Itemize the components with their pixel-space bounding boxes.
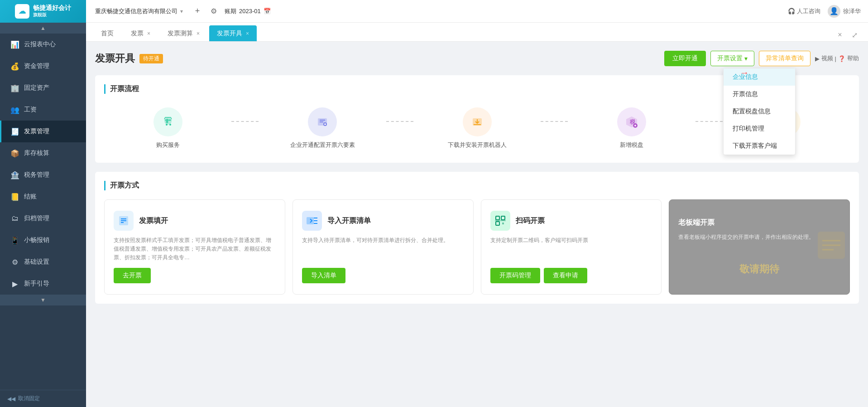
question-icon: ❓ — [838, 55, 845, 62]
dropdown-item-invoice-info[interactable]: 开票信息 — [724, 86, 795, 103]
logo-area: ☁ 畅捷通好会计 旗舰版 — [0, 0, 86, 23]
activate-button[interactable]: 立即开通 — [664, 51, 706, 66]
tab-invoice-issue-close[interactable]: × — [246, 30, 249, 37]
scan-invoice-icon — [490, 211, 510, 231]
customer-service-button[interactable]: 🎧 人工咨询 — [788, 7, 820, 15]
tab-invoice[interactable]: 发票 × — [123, 25, 158, 41]
view-application-button[interactable]: 查看申请 — [544, 268, 587, 283]
method-import-header: 导入开票清单 — [302, 211, 464, 231]
header-actions: 🎧 人工咨询 👤 徐泽华 — [788, 5, 861, 18]
user-name: 徐泽华 — [843, 7, 861, 15]
flow-step-tax-label: 新增税盘 — [620, 141, 643, 149]
add-tab-button[interactable]: + — [192, 6, 203, 17]
account-period: 账期 2023-01 📅 — [225, 7, 271, 15]
flow-icon-tax: 税 — [617, 107, 646, 136]
status-badge: 待开通 — [139, 54, 163, 63]
company-name: 重庆畅捷交通信息咨询有限公司 — [95, 7, 177, 15]
dropdown-item-company-info[interactable]: 企业信息 — [724, 68, 795, 86]
sidebar-scroll-up[interactable]: ▲ — [0, 23, 86, 34]
cancel-pin-button[interactable]: ◀◀ 取消固定 — [0, 390, 86, 407]
method-card-import: 导入开票清单 支持导入待开票清单，可对待开票清单进行拆分、合并处理。 导入清单 — [293, 199, 474, 295]
tab-invoice-close[interactable]: × — [147, 30, 150, 37]
chevron-down-icon: ▾ — [180, 8, 183, 15]
period-value: 2023-01 — [239, 8, 261, 15]
period-label: 账期 — [225, 7, 236, 15]
archive-icon: 🗂 — [10, 214, 19, 223]
user-profile[interactable]: 👤 徐泽华 — [828, 5, 861, 18]
qrcode-manage-button[interactable]: 开票码管理 — [490, 268, 540, 283]
pin-icon: ◀◀ — [7, 396, 15, 402]
sidebar-item-invoice-mgmt[interactable]: 🧾 发票管理 — [0, 121, 86, 142]
flow-step-buy: 购买服务 — [104, 107, 231, 149]
tab-invoice-calc[interactable]: 发票测算 × — [160, 25, 207, 41]
video-help-button[interactable]: ▶ 视频 | ❓ 帮助 — [815, 54, 859, 63]
sidebar-item-inventory[interactable]: 📦 库存核算 — [0, 142, 86, 164]
manual-desc: 支持按照发票样式手工填开发票；可开具增值税电子普通发票、增值税普通发票、增值税专… — [114, 236, 276, 262]
sidebar-item-tax-mgmt[interactable]: 🏦 税务管理 — [0, 164, 86, 186]
methods-section: 开票方式 — [95, 172, 859, 304]
sidebar-item-fixed-assets[interactable]: 🏢 固定资产 — [0, 77, 86, 99]
sidebar-item-basic-settings[interactable]: ⚙ 基础设置 — [0, 251, 86, 273]
flow-step-config-label: 企业开通配置开票六要素 — [290, 141, 355, 149]
abnormal-list-button[interactable]: 异常清单查询 — [759, 51, 810, 66]
tab-home-label: 首页 — [101, 29, 114, 38]
cancel-pin-label: 取消固定 — [18, 395, 40, 402]
close-tab-button[interactable]: × — [834, 29, 846, 41]
flow-step-download-label: 下载并安装开票机器人 — [448, 141, 507, 149]
dropdown-item-printer[interactable]: 打印机管理 — [724, 120, 795, 137]
book-icon: 📒 — [10, 192, 19, 201]
tab-invoice-label: 发票 — [131, 29, 144, 38]
sidebar-label: 固定资产 — [24, 84, 49, 92]
settings-dropdown-button[interactable]: 开票设置 ▾ — [710, 51, 754, 66]
help-label: 帮助 — [847, 54, 859, 63]
flow-connector-2 — [386, 121, 413, 122]
import-invoice-icon — [302, 211, 322, 231]
method-card-scan: 扫码开票 支持定制开票二维码，客户端可扫码开票 开票码管理 查看申请 — [481, 199, 662, 295]
inventory-icon: 📦 — [10, 149, 19, 158]
mobile-icon: 📱 — [10, 236, 19, 245]
dropdown-item-download-client[interactable]: 下载开票客户端 — [724, 137, 795, 155]
headset-icon: 🎧 — [788, 8, 795, 15]
sidebar-item-settlement[interactable]: 📒 结账 — [0, 186, 86, 208]
svg-rect-29 — [496, 216, 499, 220]
tab-invoice-calc-close[interactable]: × — [197, 30, 200, 37]
sidebar-item-report[interactable]: 📱 小畅报销 — [0, 229, 86, 251]
tax-icon: 🏦 — [10, 170, 19, 179]
logo-icon: ☁ — [15, 4, 29, 19]
settings-label: 开票设置 — [717, 54, 743, 63]
svg-rect-30 — [501, 216, 505, 220]
maximize-button[interactable]: ⤢ — [848, 29, 861, 41]
tab-invoice-calc-label: 发票测算 — [168, 29, 193, 38]
chart-icon: 📊 — [10, 40, 19, 49]
content-area: 首页 发票 × 发票测算 × 发票开具 × × ⤢ — [86, 23, 868, 407]
tab-invoice-issue[interactable]: 发票开具 × — [209, 25, 257, 41]
manual-go-invoice-button[interactable]: 去开票 — [114, 268, 151, 283]
logo-title: 畅捷通好会计 — [33, 4, 71, 12]
user-avatar: 👤 — [828, 5, 840, 18]
people-icon: 👥 — [10, 105, 19, 114]
import-desc: 支持导入待开票清单，可对待开票清单进行拆分、合并处理。 — [302, 236, 464, 245]
method-card-manual: 发票填开 支持按照发票样式手工填开发票；可开具增值税电子普通发票、增值税普通发票… — [104, 199, 285, 295]
sidebar-label: 小畅报销 — [24, 236, 49, 244]
flow-icon-buy — [153, 107, 182, 136]
tab-bar: 首页 发票 × 发票测算 × 发票开具 × × ⤢ — [86, 23, 868, 42]
sidebar: ▲ 📊 云报表中心 💰 资金管理 🏢 固定资产 👥 工资 🧾 发票管理 — [0, 23, 86, 407]
sidebar-item-fund-mgmt[interactable]: 💰 资金管理 — [0, 55, 86, 77]
import-list-button[interactable]: 导入清单 — [302, 268, 345, 283]
sidebar-item-guide[interactable]: ▶ 新手引导 — [0, 273, 86, 295]
sidebar-scroll-down[interactable]: ▼ — [0, 295, 86, 305]
svg-rect-32 — [502, 223, 504, 224]
flow-icon-config — [308, 107, 337, 136]
svg-point-2 — [169, 124, 171, 126]
company-selector[interactable]: 重庆畅捷交通信息咨询有限公司 ▾ — [91, 5, 187, 17]
method-manual-header: 发票填开 — [114, 211, 276, 231]
sidebar-item-payroll[interactable]: 👥 工资 — [0, 99, 86, 121]
sidebar-item-cloud-report[interactable]: 📊 云报表中心 — [0, 34, 86, 55]
tab-home[interactable]: 首页 — [93, 25, 121, 41]
dropdown-item-tax-disk[interactable]: 配置税盘信息 — [724, 103, 795, 120]
page-actions: 立即开通 开票设置 ▾ 异常清单查询 ▶ 视频 | ❓ 帮助 — [664, 51, 859, 66]
settings-button[interactable]: ⚙ — [208, 6, 219, 17]
sidebar-item-archive[interactable]: 🗂 归档管理 — [0, 208, 86, 229]
play-icon: ▶ — [10, 279, 19, 288]
play-circle-icon: ▶ — [815, 55, 820, 62]
